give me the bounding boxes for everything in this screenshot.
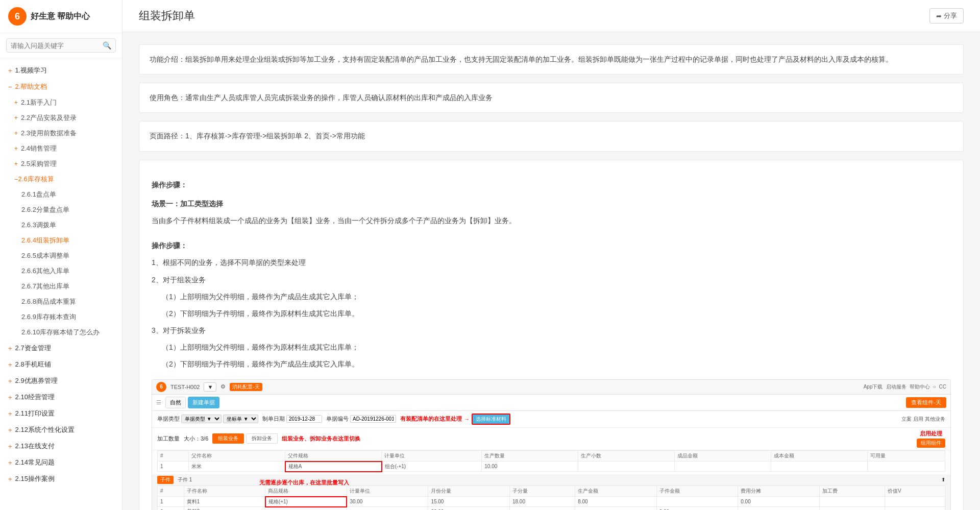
lcell-spec: [265, 507, 347, 510]
sidebar-item-transfer[interactable]: 2.6.3调拨单: [0, 217, 122, 233]
sim-action-with-annotation: 启用处理 组用组件: [917, 430, 945, 448]
cell-prod-dec: [578, 462, 675, 472]
sidebar-item-partial-stocktake[interactable]: 2.6.2分量盘点单: [0, 202, 122, 217]
logo-icon: 6: [8, 7, 27, 26]
lcell-monthly: 30.00: [428, 507, 510, 510]
col-product-amount: 成品金额: [675, 450, 771, 462]
sim-setting-icon: ⚙: [220, 383, 226, 390]
sim-qty-value: 大小：3/6: [184, 435, 208, 443]
sim-confirm-btn[interactable]: 选择标准材料: [472, 414, 510, 425]
sim-assembly-btn[interactable]: 组装业务: [212, 433, 244, 444]
plus-icon: +: [14, 114, 18, 122]
lcell-process: [819, 507, 885, 510]
sidebar-item-inventory[interactable]: − 2.6库存核算: [0, 172, 122, 187]
lcell-child-qty: 18.00: [509, 497, 575, 507]
sidebar-item-ops[interactable]: + 2.10经营管理: [0, 389, 122, 405]
col-available: 可用量: [867, 450, 945, 462]
sidebar-item-install[interactable]: + 2.2产品安装及登录: [0, 110, 122, 126]
search-icon[interactable]: 🔍: [103, 41, 111, 50]
sidebar-item-other-inbound[interactable]: 2.6.6其他入库单: [0, 263, 122, 279]
plus-icon: +: [14, 145, 18, 152]
scene-title: 场景一：加工类型选择: [152, 198, 951, 210]
sidebar-item-other-outbound[interactable]: 2.6.7其他出库单: [0, 279, 122, 294]
sidebar-item-print[interactable]: + 2.11打印设置: [0, 405, 122, 422]
sidebar-item-video[interactable]: + 1.视频学习: [0, 62, 122, 79]
sidebar-item-inventory-fix[interactable]: 2.6.10库存账本错了怎么办: [0, 325, 122, 340]
cell-prod-qty: 10.00: [482, 462, 578, 472]
lcol-value: 价值V: [885, 485, 945, 497]
sidebar-item-cases[interactable]: + 2.15操作案例: [0, 471, 122, 487]
sim-disassembly-btn[interactable]: 拆卸业务: [246, 433, 278, 444]
sim-child-desc: 子件 1: [178, 476, 192, 483]
plus-icon: +: [8, 377, 12, 385]
step3: 3、对于拆装业务: [152, 324, 951, 337]
sidebar-item-faq[interactable]: + 2.14常见问题: [0, 454, 122, 471]
sim-type-buttons-row: 组装业务 拆卸业务: [212, 433, 278, 444]
sidebar-item-payment[interactable]: + 2.13在线支付: [0, 438, 122, 454]
plus-icon: +: [8, 426, 12, 434]
scene-desc: 当由多个子件材料组装成一个成品的业务为【组装】业务，当由一个父件拆分成多个子产品…: [152, 214, 951, 227]
sim-type-annotation: 组装业务、拆卸业务在这里切换: [282, 435, 360, 443]
cell-seq: 1: [158, 462, 189, 472]
sidebar-item-inventory-query[interactable]: 2.6.9库存账本查询: [0, 309, 122, 325]
sim-arrow-right: →: [464, 416, 470, 422]
sim-action-btn[interactable]: 组用组件: [917, 439, 945, 448]
sidebar-item-purchase[interactable]: + 2.5采购管理: [0, 156, 122, 172]
screenshot-container: 6 TEST-H002 ▼ ⚙ 消耗配置-天 App下载 启动服务 帮助中心 ○…: [152, 379, 951, 510]
lcell-value: [885, 497, 945, 507]
sidebar-item-coupon[interactable]: + 2.9优惠券管理: [0, 373, 122, 389]
lcell-seq: 1: [158, 497, 184, 507]
plus-icon: +: [14, 130, 18, 137]
plus-icon: +: [8, 67, 12, 75]
minus-icon: −: [8, 83, 12, 91]
share-button[interactable]: ➦ 分享: [929, 8, 964, 23]
lcell-alloc: 0.00: [738, 497, 820, 507]
sidebar-item-finance[interactable]: + 2.7资金管理: [0, 340, 122, 356]
sim-nav-natural[interactable]: 自然: [165, 397, 186, 408]
col-seq: #: [158, 450, 189, 462]
sim-date-input[interactable]: [286, 415, 322, 423]
sidebar-item-cost-adjust[interactable]: 2.6.5成本调整单: [0, 248, 122, 263]
nav-list: + 1.视频学习 − 2.帮助文档 + 2.1新手入门 + 2.2产品安装及登录: [0, 58, 122, 510]
lcol-process: 加工费: [819, 485, 885, 497]
sidebar-item-mobile[interactable]: + 2.8手机旺铺: [0, 356, 122, 373]
sim-batch-annotation: 无需逐步逐个出库，在这里批量写入: [259, 479, 349, 487]
function-intro-text: 功能介绍：组装拆卸单用来处理企业组装或拆卸等加工业务，支持有固定装配清单的产品加…: [150, 53, 953, 66]
lcell-seq: 2: [158, 507, 184, 510]
sim-form-area: 单据类型 单据类型 ▼ 坐标单 ▼ 制单日期: [152, 411, 950, 428]
sim-type-select[interactable]: 单据类型 ▼: [181, 415, 222, 423]
nav-section-coupon: + 2.9优惠券管理: [0, 373, 122, 389]
sidebar-item-data-prep[interactable]: + 2.3使用前数据准备: [0, 126, 122, 141]
sim-expand-icon: ⬆: [941, 477, 945, 482]
plus-icon: +: [8, 475, 12, 483]
lcol-child-qty: 子分量: [509, 485, 575, 497]
lcell-value: [885, 507, 945, 510]
sim-docno-input[interactable]: [350, 415, 396, 423]
user-role-block: 使用角色：通常由生产人员或库管人员完成拆装业务的操作，库管人员确认原材料的出库和…: [139, 83, 964, 113]
lcell-unit: 30.00: [347, 497, 428, 507]
sim-nav: ☰ 自然 新建单据 查看组件-天: [152, 395, 950, 411]
sidebar-item-assembly[interactable]: 2.6.4组装拆卸单: [0, 233, 122, 248]
nav-section-print: + 2.11打印设置: [0, 405, 122, 422]
lcell-prod-amt: 8.00: [575, 497, 657, 507]
sidebar-item-beginner[interactable]: + 2.1新手入门: [0, 95, 122, 110]
step3-1: （1）上部明细为父件明细，最终作为原材料生成其它出库单；: [152, 341, 951, 354]
nav-section-docs: − 2.帮助文档 + 2.1新手入门 + 2.2产品安装及登录 + 2.3使用前…: [0, 79, 122, 340]
sim-date-field: 制单日期: [262, 415, 322, 423]
sidebar-item-docs[interactable]: − 2.帮助文档: [0, 79, 122, 95]
sim-addr-label: TEST-H002: [170, 384, 200, 390]
lcell-child-qty: [509, 507, 575, 510]
sidebar-item-sales[interactable]: + 2.4销售管理: [0, 141, 122, 156]
minus-icon: −: [14, 176, 18, 183]
sim-view-component[interactable]: 查看组件-天: [906, 397, 946, 408]
sidebar-item-settings[interactable]: + 2.12系统个性化设置: [0, 422, 122, 438]
sidebar-item-cost-recalc[interactable]: 2.6.8商品成本重算: [0, 294, 122, 309]
search-box[interactable]: 🔍: [6, 38, 116, 53]
sim-logo: 6: [156, 382, 166, 392]
plus-icon: +: [8, 443, 12, 450]
sim-nav-new[interactable]: 新建单据: [188, 397, 219, 408]
sidebar-item-stocktake[interactable]: 2.6.1盘点单: [0, 187, 122, 202]
sim-sub-type-select[interactable]: 坐标单 ▼: [223, 415, 258, 423]
col-parent-spec: 父件规格: [285, 450, 382, 462]
search-input[interactable]: [11, 42, 103, 50]
